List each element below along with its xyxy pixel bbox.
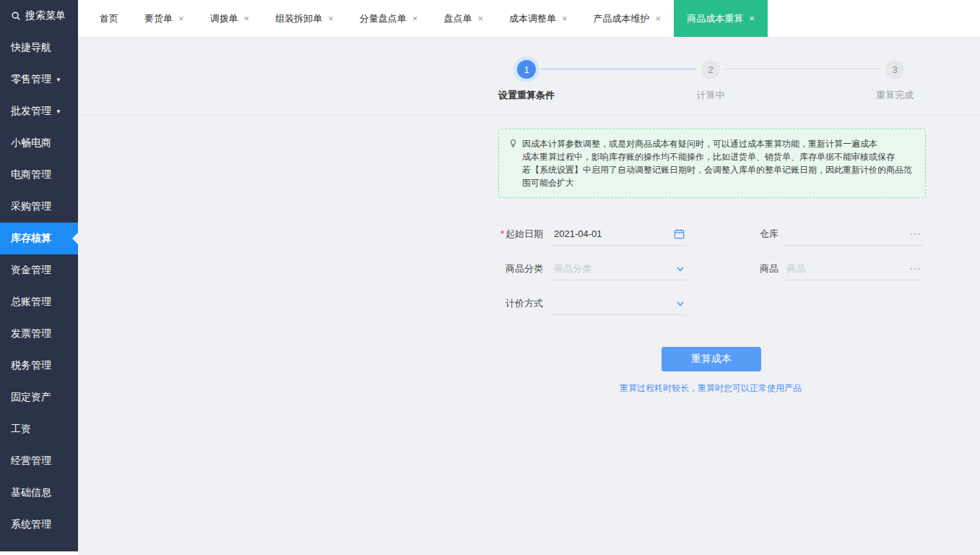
tab-label: 成本调整单 xyxy=(509,12,556,25)
close-icon[interactable]: × xyxy=(328,13,334,24)
notice-line-2: 成本重算过程中，影响库存账的操作均不能操作，比如进货单、销货单、库存单据不能审核… xyxy=(522,150,915,163)
sidebar-item-system-mgmt[interactable]: 系统管理 xyxy=(0,509,78,541)
close-icon[interactable]: × xyxy=(412,13,418,24)
tab-request-order[interactable]: 要货单× xyxy=(131,0,197,37)
step-3: 3 重算完成 xyxy=(837,60,953,102)
sidebar-item-ecommerce-mgmt[interactable]: 电商管理 xyxy=(0,159,78,191)
sidebar-item-funds-mgmt[interactable]: 资金管理 xyxy=(0,254,78,286)
sidebar-item-quick-nav[interactable]: 快捷导航 xyxy=(0,32,78,64)
start-date-input[interactable]: 2021-04-01 xyxy=(551,223,686,246)
step-2: 2 计算中 xyxy=(653,60,768,102)
tab-label: 要货单 xyxy=(144,12,173,25)
step-3-circle: 3 xyxy=(885,60,904,79)
main-content: 1 设置重算条件 2 计算中 3 重算完成 因成本计算参数 xyxy=(78,38,980,555)
sidebar-item-search-menu[interactable]: 搜索菜单 xyxy=(0,0,78,32)
tab-product-cost-maintenance[interactable]: 产品成本维护× xyxy=(581,0,675,37)
tab-label: 分量盘点单 xyxy=(360,12,407,25)
lightbulb-icon xyxy=(508,138,522,189)
tab-transfer-order[interactable]: 调拨单× xyxy=(197,0,263,37)
pricing-method-label: 计价方式 xyxy=(477,297,543,310)
sidebar-item-label: 小畅电商 xyxy=(11,137,51,150)
warehouse-label: 仓库 xyxy=(735,228,779,241)
recalculate-cost-button[interactable]: 重算成本 xyxy=(662,347,761,371)
notice-line-3: 若【系统设置】中启用了自动调整记账日期时，会调整入库单的整单记账日期，因此重新计… xyxy=(522,163,915,189)
close-icon[interactable]: × xyxy=(178,13,184,24)
close-icon[interactable]: × xyxy=(244,13,250,24)
tab-stocktake-order[interactable]: 盘点单× xyxy=(430,0,496,37)
sidebar: 搜索菜单 快捷导航 零售管理▼ 批发管理▼ 小畅电商 电商管理 采购管理 库存核… xyxy=(0,0,78,555)
step-2-circle: 2 xyxy=(701,60,720,79)
sidebar-item-label: 库存核算 xyxy=(11,232,51,245)
sidebar-item-payroll[interactable]: 工资 xyxy=(0,413,78,445)
chevron-down-icon: ▼ xyxy=(56,108,61,115)
chevron-down-icon[interactable] xyxy=(676,299,685,308)
sidebar-item-label: 税务管理 xyxy=(11,359,51,372)
tab-goods-cost-recalculation[interactable]: 商品成本重算× xyxy=(674,0,768,37)
pricing-method-select[interactable] xyxy=(551,292,686,315)
search-icon xyxy=(11,11,21,21)
category-field: 商品分类 商品分类 xyxy=(477,257,686,281)
app-window: 搜索菜单 快捷导航 零售管理▼ 批发管理▼ 小畅电商 电商管理 采购管理 库存核… xyxy=(0,0,980,555)
sidebar-item-xiaochang-ecommerce[interactable]: 小畅电商 xyxy=(0,127,78,159)
stepper: 1 设置重算条件 2 计算中 3 重算完成 xyxy=(78,38,980,116)
more-icon[interactable]: ⋯ xyxy=(909,228,922,240)
category-label: 商品分类 xyxy=(477,262,543,275)
notice-line-1: 因成本计算参数调整，或是对商品成本有疑问时，可以通过成本重算功能，重新计算一遍成… xyxy=(522,137,915,150)
tab-label: 组装拆卸单 xyxy=(275,12,322,25)
sidebar-item-label: 资金管理 xyxy=(11,264,51,277)
sidebar-item-fixed-assets[interactable]: 固定资产 xyxy=(0,382,78,413)
tab-label: 商品成本重算 xyxy=(687,12,743,25)
tab-assembly-disassembly-order[interactable]: 组装拆卸单× xyxy=(262,0,347,37)
tab-partial-stocktake-order[interactable]: 分量盘点单× xyxy=(347,0,431,37)
product-input[interactable]: 商品 ⋯ xyxy=(784,257,923,280)
sidebar-item-label: 电商管理 xyxy=(11,168,51,181)
tab-label: 盘点单 xyxy=(443,12,472,25)
sidebar-item-basic-info[interactable]: 基础信息 xyxy=(0,477,78,509)
sidebar-item-wholesale-mgmt[interactable]: 批发管理▼ xyxy=(0,95,78,127)
sidebar-item-label: 总账管理 xyxy=(11,296,51,309)
step-1-circle: 1 xyxy=(517,60,536,79)
category-select[interactable]: 商品分类 xyxy=(551,257,686,280)
sidebar-item-label: 系统管理 xyxy=(11,518,51,531)
more-icon[interactable]: ⋯ xyxy=(909,263,922,275)
product-field: 商品 商品 ⋯ xyxy=(735,257,923,281)
category-placeholder: 商品分类 xyxy=(554,262,591,275)
sidebar-item-label: 经营管理 xyxy=(11,455,51,468)
tab-cost-adjustment-order[interactable]: 成本调整单× xyxy=(496,0,581,37)
sidebar-item-tax-mgmt[interactable]: 税务管理 xyxy=(0,350,78,382)
tab-label: 产品成本维护 xyxy=(594,12,650,25)
tab-home[interactable]: 首页 xyxy=(87,0,131,37)
close-icon[interactable]: × xyxy=(562,13,568,24)
sidebar-item-business-mgmt[interactable]: 经营管理 xyxy=(0,445,78,477)
notice-text: 因成本计算参数调整，或是对商品成本有疑问时，可以通过成本重算功能，重新计算一遍成… xyxy=(522,137,915,189)
start-date-value: 2021-04-01 xyxy=(554,228,602,239)
sidebar-item-inventory-accounting[interactable]: 库存核算 xyxy=(0,223,78,254)
sidebar-partial-item xyxy=(0,551,78,555)
product-label: 商品 xyxy=(735,262,779,275)
step-2-label: 计算中 xyxy=(697,89,725,102)
tab-label: 首页 xyxy=(100,12,118,25)
warehouse-input[interactable]: ⋯ xyxy=(784,223,923,246)
sidebar-item-label: 发票管理 xyxy=(11,327,51,340)
calendar-icon[interactable] xyxy=(674,228,685,239)
chevron-down-icon[interactable] xyxy=(676,264,685,273)
sidebar-item-label: 搜索菜单 xyxy=(25,9,66,22)
start-date-label-text: 起始日期 xyxy=(506,228,543,239)
sidebar-item-label: 基础信息 xyxy=(11,486,51,499)
step-1: 1 设置重算条件 xyxy=(469,60,584,102)
sidebar-item-invoice-mgmt[interactable]: 发票管理 xyxy=(0,318,78,350)
close-icon[interactable]: × xyxy=(749,13,755,24)
start-date-field: *起始日期 2021-04-01 xyxy=(477,222,686,246)
sidebar-item-purchase-mgmt[interactable]: 采购管理 xyxy=(0,191,78,223)
sidebar-item-retail-mgmt[interactable]: 零售管理▼ xyxy=(0,64,78,95)
tab-bar: 首页 要货单× 调拨单× 组装拆卸单× 分量盘点单× 盘点单× 成本调整单× 产… xyxy=(78,0,980,38)
notice-box: 因成本计算参数调整，或是对商品成本有疑问时，可以通过成本重算功能，重新计算一遍成… xyxy=(498,129,926,198)
sidebar-item-general-ledger[interactable]: 总账管理 xyxy=(0,286,78,318)
warehouse-field: 仓库 ⋯ xyxy=(735,222,923,246)
sidebar-item-label: 固定资产 xyxy=(11,391,51,404)
product-placeholder: 商品 xyxy=(786,262,805,275)
close-icon[interactable]: × xyxy=(656,13,662,24)
sidebar-item-label: 批发管理 xyxy=(11,105,51,118)
close-icon[interactable]: × xyxy=(477,13,483,24)
start-date-label: *起始日期 xyxy=(477,228,543,241)
